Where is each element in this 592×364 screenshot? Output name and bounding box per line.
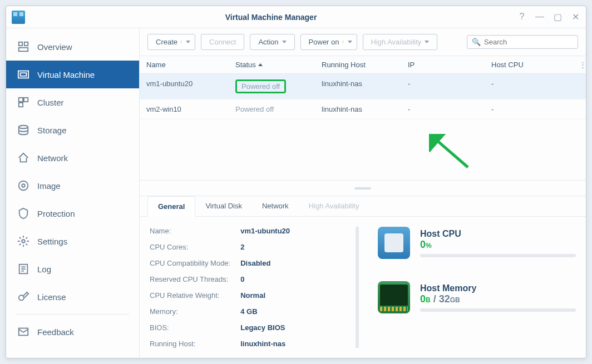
value-running-host: linuxhint-nas bbox=[240, 340, 290, 348]
cell-cpu: - bbox=[485, 103, 573, 116]
sidebar-item-settings[interactable]: Settings bbox=[6, 227, 139, 255]
cell-status: Powered off bbox=[229, 77, 315, 96]
table-row[interactable]: vm2-win10 Powered off linuxhint-nas - - bbox=[140, 99, 586, 119]
label-cpu-weight: CPU Relative Weight: bbox=[150, 291, 230, 300]
label-memory: Memory: bbox=[150, 307, 230, 316]
col-more-icon[interactable]: ⋮ bbox=[573, 56, 586, 73]
titlebar: Virtual Machine Manager ? — ▢ ✕ bbox=[6, 6, 586, 28]
sidebar-item-cluster[interactable]: Cluster bbox=[6, 88, 139, 116]
tab-high-availability[interactable]: High Availability bbox=[299, 196, 369, 216]
value-bios: Legacy BIOS bbox=[240, 323, 290, 332]
host-cpu-bar bbox=[420, 254, 576, 257]
connect-button[interactable]: Connect bbox=[201, 34, 244, 50]
sidebar-item-log[interactable]: Log bbox=[6, 255, 139, 283]
chevron-down-icon bbox=[425, 41, 429, 43]
sidebar-item-label: Log bbox=[37, 265, 51, 274]
sidebar-item-license[interactable]: License bbox=[6, 283, 139, 311]
search-box[interactable]: 🔍 bbox=[467, 35, 578, 49]
cluster-icon bbox=[17, 96, 29, 108]
content: Name Status Running Host IP Host CPU ⋮ v… bbox=[140, 56, 586, 358]
detail-tabs: General Virtual Disk Network High Availa… bbox=[140, 196, 586, 217]
sidebar-item-overview[interactable]: Overview bbox=[6, 33, 139, 61]
sidebar: Overview Virtual Machine Cluster Storage… bbox=[6, 28, 140, 358]
svg-rect-2 bbox=[19, 48, 28, 51]
overview-icon bbox=[17, 41, 29, 53]
window-title: Virtual Machine Manager bbox=[25, 13, 517, 22]
cell-name: vm2-win10 bbox=[140, 103, 229, 116]
tab-general[interactable]: General bbox=[147, 196, 195, 217]
status-highlight: Powered off bbox=[235, 79, 286, 93]
sidebar-item-label: Storage bbox=[37, 126, 67, 135]
window: Virtual Machine Manager ? — ▢ ✕ Overview… bbox=[6, 6, 586, 358]
sidebar-item-feedback[interactable]: Feedback bbox=[6, 318, 139, 346]
sidebar-item-label: Image bbox=[37, 181, 61, 191]
feedback-icon bbox=[17, 326, 29, 338]
detail-panel: General Virtual Disk Network High Availa… bbox=[140, 180, 586, 358]
value-cpu-weight: Normal bbox=[240, 291, 290, 300]
tab-network[interactable]: Network bbox=[252, 196, 299, 216]
cell-cpu: - bbox=[485, 77, 573, 96]
power-on-button[interactable]: Power on bbox=[300, 34, 357, 50]
sidebar-item-label: Virtual Machine bbox=[37, 70, 95, 79]
svg-point-10 bbox=[22, 184, 25, 187]
table-row[interactable]: vm1-ubuntu20 Powered off linuxhint-nas -… bbox=[140, 74, 586, 99]
action-button[interactable]: Action bbox=[250, 34, 294, 50]
svg-point-11 bbox=[22, 240, 25, 243]
cell-host: linuxhint-nas bbox=[315, 77, 401, 96]
help-icon[interactable]: ? bbox=[517, 12, 527, 22]
tab-virtual-disk[interactable]: Virtual Disk bbox=[195, 196, 252, 216]
label-running-host: Running Host: bbox=[150, 340, 230, 348]
host-cpu-label: Host CPU bbox=[420, 229, 576, 239]
svg-rect-5 bbox=[19, 98, 23, 102]
close-icon[interactable]: ✕ bbox=[570, 12, 580, 22]
host-memory-label: Host Memory bbox=[420, 283, 576, 293]
svg-rect-6 bbox=[24, 98, 28, 102]
cell-status: Powered off bbox=[229, 103, 315, 116]
label-bios: BIOS: bbox=[150, 323, 230, 332]
sidebar-item-protection[interactable]: Protection bbox=[6, 200, 139, 227]
minimize-icon[interactable]: — bbox=[535, 12, 545, 22]
sidebar-item-label: License bbox=[37, 292, 66, 302]
main-panel: Create Connect Action Power on High Avai… bbox=[140, 28, 586, 358]
cell-ip: - bbox=[401, 103, 485, 116]
settings-icon bbox=[17, 235, 29, 247]
cpu-icon bbox=[378, 227, 410, 259]
col-status[interactable]: Status bbox=[229, 56, 315, 73]
cell-ip: - bbox=[401, 77, 485, 96]
toolbar: Create Connect Action Power on High Avai… bbox=[140, 28, 586, 56]
col-name[interactable]: Name bbox=[140, 56, 229, 73]
vm-table: Name Status Running Host IP Host CPU ⋮ v… bbox=[140, 56, 586, 119]
host-cpu-value: 0% bbox=[420, 239, 576, 251]
button-label: Power on bbox=[309, 38, 339, 46]
maximize-icon[interactable]: ▢ bbox=[552, 12, 563, 22]
sidebar-item-storage[interactable]: Storage bbox=[6, 116, 139, 144]
col-running-host[interactable]: Running Host bbox=[315, 56, 401, 73]
app-icon bbox=[12, 11, 25, 24]
value-memory: 4 GB bbox=[240, 307, 290, 316]
svg-point-9 bbox=[19, 181, 28, 191]
body: Overview Virtual Machine Cluster Storage… bbox=[6, 28, 586, 358]
value-name: vm1-ubuntu20 bbox=[240, 227, 290, 235]
search-input[interactable] bbox=[484, 38, 578, 46]
col-host-cpu[interactable]: Host CPU bbox=[485, 56, 573, 73]
value-reserved-threads: 0 bbox=[240, 275, 290, 283]
button-label: Create bbox=[156, 38, 177, 46]
high-availability-button[interactable]: High Availability bbox=[363, 34, 438, 50]
table-header: Name Status Running Host IP Host CPU ⋮ bbox=[140, 56, 586, 74]
col-ip[interactable]: IP bbox=[401, 56, 485, 73]
label-name: Name: bbox=[150, 227, 230, 235]
sidebar-item-virtual-machine[interactable]: Virtual Machine bbox=[6, 61, 139, 88]
log-icon bbox=[17, 263, 29, 275]
sidebar-item-label: Protection bbox=[37, 209, 75, 218]
panel-drag-handle[interactable] bbox=[140, 181, 586, 196]
sidebar-item-image[interactable]: Image bbox=[6, 172, 139, 200]
search-icon: 🔍 bbox=[472, 38, 481, 46]
protection-icon bbox=[17, 207, 29, 220]
vm-icon bbox=[17, 68, 29, 81]
button-label: Connect bbox=[209, 38, 236, 46]
create-button[interactable]: Create bbox=[147, 34, 195, 50]
sidebar-item-network[interactable]: Network bbox=[6, 144, 139, 172]
memory-icon bbox=[378, 281, 410, 313]
button-label: High Availability bbox=[371, 38, 422, 46]
window-buttons: ? — ▢ ✕ bbox=[517, 12, 580, 22]
